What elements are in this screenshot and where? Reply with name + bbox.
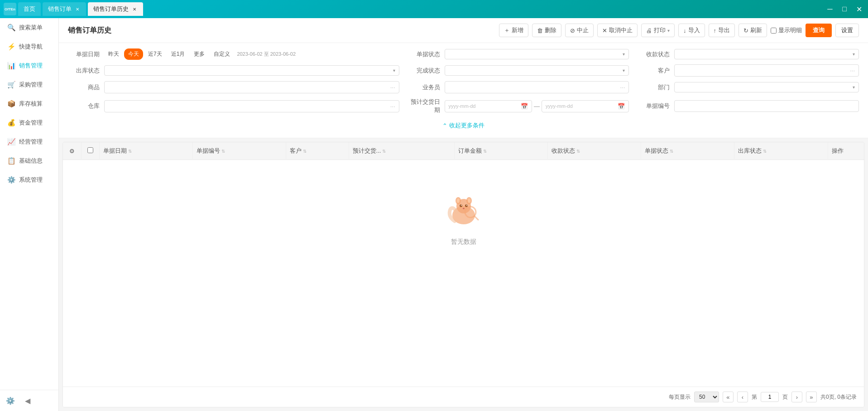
sidebar-item-sys-mgmt[interactable]: ⚙️ 系统管理	[0, 170, 58, 189]
tab-sales-order-history-close[interactable]: ✕	[131, 6, 138, 12]
order-status-select[interactable]: ▾	[445, 49, 629, 59]
tab-sales-order-history[interactable]: 销售订单历史 ✕	[88, 2, 143, 16]
order-no-input[interactable]	[674, 100, 859, 112]
date-btn-more[interactable]: 更多	[190, 48, 209, 60]
import-label: 导入	[688, 26, 700, 34]
th-delivery-status: 出库状态 ⇅	[734, 142, 828, 160]
quick-nav-icon: ⚡	[7, 43, 15, 51]
tab-home-label: 首页	[24, 5, 35, 13]
expected-date-section: 预计交货日期 yyyy-mm-dd 📅 — yyyy-mm-dd 📅	[408, 98, 629, 114]
sidebar-collapse-icon[interactable]: ◀	[21, 394, 34, 407]
prev-page-btn[interactable]: ‹	[737, 392, 748, 402]
sidebar-item-purchase-mgmt[interactable]: 🛒 采购管理	[0, 75, 58, 94]
export-button[interactable]: ↑ 导出	[709, 24, 735, 37]
th-action: 操作	[828, 142, 864, 160]
date-filter-section: 单据日期 昨天 今天 近7天 近1月 更多 自定义 2023-06-02 至 2…	[68, 48, 399, 60]
order-status-section: 单据状态 ▾	[408, 49, 629, 59]
collapse-conditions[interactable]: ⌃ 收起更多条件	[68, 119, 859, 132]
window-close-btn[interactable]: ✕	[854, 4, 864, 15]
stop-button[interactable]: ⊘ 中止	[565, 24, 594, 37]
complete-status-section: 完成状态 ▾	[408, 65, 629, 76]
window-minimize-btn[interactable]: ─	[825, 4, 835, 15]
app-logo: OfTEn	[4, 3, 16, 15]
page-number-input[interactable]	[761, 392, 779, 402]
show-detail-check[interactable]	[771, 28, 777, 34]
date-btn-1month[interactable]: 近1月	[167, 48, 189, 60]
sidebar-item-basic-info[interactable]: 📋 基础信息	[0, 151, 58, 170]
customer-section: 客户 ···	[638, 64, 859, 77]
empty-text: 暂无数据	[451, 238, 476, 246]
th-expected-delivery: 预计交货... ⇅	[349, 142, 455, 160]
expected-date-end[interactable]: yyyy-mm-dd 📅	[542, 100, 629, 112]
sidebar-item-sales-mgmt[interactable]: 📊 销售管理	[0, 56, 58, 75]
th-customer-sort[interactable]: ⇅	[303, 149, 307, 154]
sidebar-item-quick-nav[interactable]: ⚡ 快捷导航	[0, 37, 58, 56]
th-payment-status-sort[interactable]: ⇅	[576, 149, 580, 154]
delivery-status-select[interactable]: ▾	[104, 65, 399, 76]
data-table: ⚙ 单据日期 ⇅	[63, 142, 864, 160]
next-page-btn[interactable]: ›	[791, 392, 802, 402]
svg-line-12	[475, 216, 478, 220]
window-maximize-btn[interactable]: □	[839, 4, 850, 15]
table-settings-icon[interactable]: ⚙	[69, 148, 75, 155]
query-button[interactable]: 查询	[806, 24, 832, 37]
tab-sales-order[interactable]: 销售订单 ✕	[43, 2, 86, 16]
warehouse-input[interactable]: ···	[104, 100, 399, 112]
sidebar-settings-icon[interactable]: ⚙️	[4, 394, 17, 407]
sidebar-item-inventory-label: 库存核算	[19, 100, 43, 108]
payment-status-section: 收款状态 ▾	[638, 49, 859, 59]
date-filter: 昨天 今天 近7天 近1月 更多 自定义 2023-06-02 至 2023-0…	[104, 48, 399, 60]
print-button[interactable]: 🖨 打印 ▾	[641, 24, 675, 37]
collapse-label: 收起更多条件	[449, 121, 484, 130]
date-btn-yesterday[interactable]: 昨天	[104, 48, 123, 60]
toolbar: ＋ 新增 🗑 删除 ⊘ 中止 ✕ 取消中止 🖨 打印	[499, 24, 859, 37]
calendar-start-icon[interactable]: 📅	[521, 103, 528, 110]
th-delivery-status-label: 出库状态	[738, 147, 762, 155]
sidebar-item-operation[interactable]: 📈 经营管理	[0, 132, 58, 151]
th-order-no-sort[interactable]: ⇅	[221, 149, 225, 154]
cancel-stop-button[interactable]: ✕ 取消中止	[597, 24, 638, 37]
delete-label: 删除	[545, 26, 556, 34]
customer-input[interactable]: ···	[674, 64, 859, 77]
delete-button[interactable]: 🗑 删除	[532, 24, 561, 37]
calendar-end-icon[interactable]: 📅	[618, 103, 625, 110]
expected-date-start-placeholder: yyyy-mm-dd	[449, 103, 476, 109]
complete-status-select[interactable]: ▾	[445, 65, 629, 76]
new-button[interactable]: ＋ 新增	[499, 24, 528, 37]
order-no-section: 单据编号	[638, 100, 859, 112]
th-amount-sort[interactable]: ⇅	[483, 149, 487, 154]
date-btn-7days[interactable]: 近7天	[144, 48, 166, 60]
page-size-select[interactable]: 10 20 50 100	[694, 392, 719, 402]
show-detail-checkbox[interactable]: 显示明细	[771, 26, 802, 34]
first-page-btn[interactable]: «	[723, 392, 734, 402]
order-status-label: 单据状态	[408, 50, 445, 58]
salesperson-input[interactable]: ···	[445, 81, 629, 93]
svg-point-8	[461, 205, 462, 206]
date-btn-today[interactable]: 今天	[124, 48, 143, 60]
goods-input[interactable]: ···	[104, 81, 399, 93]
refresh-button[interactable]: ↻ 刷新	[739, 24, 767, 37]
th-expected-delivery-sort[interactable]: ⇅	[382, 149, 386, 154]
sidebar-item-finance[interactable]: 💰 资金管理	[0, 113, 58, 132]
import-button[interactable]: ↓ 导入	[678, 24, 705, 37]
date-btn-custom[interactable]: 自定义	[210, 48, 234, 60]
sidebar-item-inventory[interactable]: 📦 库存核算	[0, 94, 58, 113]
sidebar-bottom: ⚙️ ◀	[0, 390, 58, 411]
first-page-icon: «	[726, 394, 729, 401]
last-page-btn[interactable]: »	[806, 392, 817, 402]
sidebar-item-finance-label: 资金管理	[19, 119, 43, 127]
th-order-status-sort[interactable]: ⇅	[670, 149, 673, 154]
settings-button[interactable]: 设置	[835, 24, 859, 37]
tab-sales-order-close[interactable]: ✕	[74, 6, 81, 12]
th-date-sort[interactable]: ⇅	[128, 149, 132, 154]
tab-home[interactable]: 首页	[18, 2, 41, 16]
svg-point-6	[460, 204, 462, 207]
select-all-checkbox[interactable]	[87, 147, 93, 153]
payment-status-select[interactable]: ▾	[674, 49, 859, 59]
top-bar-right: ─ □ ✕	[825, 4, 864, 15]
th-delivery-status-sort[interactable]: ⇅	[763, 149, 767, 154]
dept-select[interactable]: ▾	[674, 82, 859, 92]
show-detail-label: 显示明细	[778, 26, 802, 34]
expected-date-start[interactable]: yyyy-mm-dd 📅	[445, 100, 532, 112]
sidebar-item-search-menu[interactable]: 🔍 搜索菜单	[0, 18, 58, 37]
